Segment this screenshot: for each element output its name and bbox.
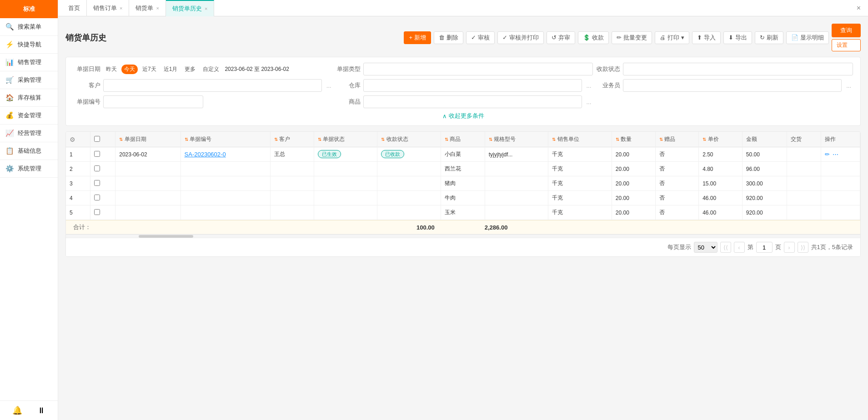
sidebar-item-quick-nav[interactable]: ⚡ 快捷导航 bbox=[0, 36, 58, 54]
warehouse-input[interactable] bbox=[363, 79, 582, 92]
date-tag-1month[interactable]: 近1月 bbox=[161, 65, 181, 74]
main-area: 首页 销售订单 × 销货单 × 销货单历史 × × 销货单历史 + 新增 bbox=[58, 0, 868, 420]
date-tag-yesterday[interactable]: 昨天 bbox=[103, 65, 120, 74]
page-size-select[interactable]: 50 10 20 100 bbox=[694, 242, 717, 253]
date-tag-more[interactable]: 更多 bbox=[182, 65, 198, 74]
customer-input[interactable] bbox=[103, 79, 322, 92]
sort-icon-customer[interactable]: ⇅ bbox=[274, 137, 278, 142]
collect-button[interactable]: 💲 收款 bbox=[578, 31, 609, 44]
operations-icon: 📈 bbox=[5, 129, 14, 137]
sidebar-item-sales-mgmt[interactable]: 📊 销售管理 bbox=[0, 54, 58, 71]
doc-no-input[interactable] bbox=[103, 95, 203, 108]
cell-doc-status bbox=[314, 205, 377, 220]
salesperson-input[interactable] bbox=[623, 79, 842, 92]
import-button[interactable]: ⬆ 导入 bbox=[692, 31, 721, 44]
next-page-button[interactable]: › bbox=[784, 242, 795, 253]
cell-amount: 96.00 bbox=[742, 162, 787, 176]
sidebar-item-finance[interactable]: 💰 资金管理 bbox=[0, 107, 58, 125]
sort-icon-goods[interactable]: ⇅ bbox=[445, 137, 448, 142]
row-checkbox[interactable] bbox=[94, 195, 100, 200]
col-settings[interactable]: ⚙ bbox=[66, 132, 90, 147]
notification-icon[interactable]: 🔔 bbox=[12, 405, 22, 415]
sort-icon-unit[interactable]: ⇅ bbox=[552, 137, 556, 142]
goods-input[interactable] bbox=[363, 95, 582, 108]
sidebar-item-purchase-mgmt[interactable]: 🛒 采购管理 bbox=[0, 71, 58, 89]
date-tag-today[interactable]: 今天 bbox=[121, 65, 138, 74]
select-all-checkbox[interactable] bbox=[94, 136, 100, 142]
sidebar-item-basic-info[interactable]: 📋 基础信息 bbox=[0, 142, 58, 160]
tab-sales-order-close[interactable]: × bbox=[120, 5, 122, 11]
sidebar-item-inventory[interactable]: 🏠 库存核算 bbox=[0, 89, 58, 107]
cell-checkbox[interactable] bbox=[90, 162, 115, 176]
page-input[interactable] bbox=[756, 242, 773, 253]
row-checkbox[interactable] bbox=[94, 180, 100, 186]
sort-icon-doc-no[interactable]: ⇅ bbox=[185, 137, 188, 142]
customer-dots[interactable]: ... bbox=[325, 82, 333, 89]
col-action: 操作 bbox=[821, 132, 860, 147]
cell-checkbox[interactable] bbox=[90, 176, 115, 191]
date-tag-7days[interactable]: 近7天 bbox=[140, 65, 159, 74]
batch-change-button[interactable]: ✏ 批量变更 bbox=[612, 31, 652, 44]
sort-icon[interactable]: ⇅ bbox=[119, 137, 123, 142]
delete-button[interactable]: 🗑 删除 bbox=[434, 31, 463, 44]
sidebar-item-operations[interactable]: 📈 经营管理 bbox=[0, 125, 58, 142]
horizontal-scrollbar[interactable] bbox=[66, 234, 860, 238]
cell-gift: 否 bbox=[655, 162, 699, 176]
add-button[interactable]: + 新增 bbox=[404, 31, 431, 44]
doc-no-link[interactable]: SA-20230602-0 bbox=[185, 151, 226, 158]
sidebar-item-sys-mgmt[interactable]: ⚙️ 系统管理 bbox=[0, 160, 58, 178]
cell-doc-status: 已生效 bbox=[314, 147, 377, 162]
first-page-button[interactable]: ⟨⟨ bbox=[720, 242, 731, 253]
refresh-button[interactable]: ↻ 刷新 bbox=[755, 31, 783, 44]
tab-sales-order[interactable]: 销售订单 × bbox=[87, 0, 129, 16]
cell-checkbox[interactable] bbox=[90, 147, 115, 162]
date-tag-custom[interactable]: 自定义 bbox=[200, 65, 222, 74]
row-checkbox[interactable] bbox=[94, 151, 100, 157]
row-checkbox[interactable] bbox=[94, 165, 100, 171]
salesperson-dots[interactable]: ... bbox=[844, 82, 853, 89]
cell-customer bbox=[271, 162, 314, 176]
sort-icon-qty[interactable]: ⇅ bbox=[616, 137, 619, 142]
sort-icon-collect-status[interactable]: ⇅ bbox=[381, 137, 385, 142]
export-button[interactable]: ⬇ 导出 bbox=[723, 31, 752, 44]
cell-trade bbox=[787, 162, 821, 176]
settings-icon[interactable]: ⚙ bbox=[70, 136, 75, 143]
audit-button[interactable]: ✓ 审核 bbox=[466, 31, 495, 44]
query-button[interactable]: 查询 bbox=[832, 24, 861, 37]
audit-print-button[interactable]: ✓ 审核并打印 bbox=[497, 31, 544, 44]
sidebar-logo: 标准 bbox=[0, 0, 58, 18]
collapse-button[interactable]: ∧ 收起更多条件 bbox=[442, 112, 484, 120]
cell-checkbox[interactable] bbox=[90, 191, 115, 205]
more-icon[interactable]: ⋯ bbox=[833, 151, 838, 158]
sort-icon-gift[interactable]: ⇅ bbox=[659, 137, 663, 142]
show-details-button[interactable]: 📄 显示明细 bbox=[786, 31, 829, 44]
collect-status-select[interactable] bbox=[623, 63, 853, 75]
sidebar-item-search-menu[interactable]: 🔍 搜索菜单 bbox=[0, 18, 58, 36]
tab-sales-history[interactable]: 销货单历史 × bbox=[166, 0, 214, 16]
toolbar-actions: + 新增 🗑 删除 ✓ 审核 ✓ 审核并打印 ↺ 弃审 bbox=[404, 24, 861, 51]
row-checkbox[interactable] bbox=[94, 209, 100, 215]
last-page-button[interactable]: ⟩⟩ bbox=[798, 242, 808, 253]
pause-icon[interactable]: ⏸ bbox=[37, 406, 45, 415]
goods-dots[interactable]: ... bbox=[585, 99, 593, 105]
prev-page-button[interactable]: ‹ bbox=[734, 242, 745, 253]
tab-home[interactable]: 首页 bbox=[62, 0, 87, 16]
edit-icon[interactable]: ✏ bbox=[825, 151, 830, 158]
tab-sales-goods-close[interactable]: × bbox=[156, 5, 159, 11]
warehouse-dots[interactable]: ... bbox=[585, 82, 593, 89]
scrollbar-thumb[interactable] bbox=[139, 235, 193, 238]
cell-checkbox[interactable] bbox=[90, 205, 115, 220]
tab-bar-close-button[interactable]: × bbox=[853, 4, 864, 12]
search-menu-icon: 🔍 bbox=[5, 23, 14, 31]
sort-icon-doc-status[interactable]: ⇅ bbox=[318, 137, 321, 142]
sidebar-item-label: 采购管理 bbox=[18, 76, 41, 84]
tab-sales-goods[interactable]: 销货单 × bbox=[129, 0, 166, 16]
doc-type-select[interactable] bbox=[363, 63, 593, 75]
tab-sales-history-close[interactable]: × bbox=[205, 6, 207, 11]
print-button[interactable]: 🖨 打印 ▾ bbox=[655, 31, 689, 44]
sort-icon-spec[interactable]: ⇅ bbox=[489, 137, 492, 142]
abandon-button[interactable]: ↺ 弃审 bbox=[547, 31, 575, 44]
date-value: 2023-06-02 至 2023-06-02 bbox=[225, 65, 289, 73]
setting-button[interactable]: 设置 bbox=[832, 39, 861, 51]
sort-icon-price[interactable]: ⇅ bbox=[702, 137, 706, 142]
